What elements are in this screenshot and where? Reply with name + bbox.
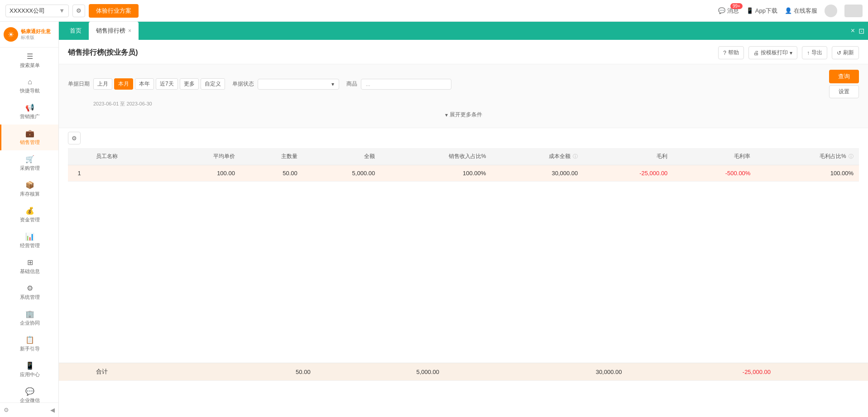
sidebar-item-apps[interactable]: 📱 应用中心 — [0, 357, 58, 383]
table-row[interactable]: 1 100.00 50.00 5,000.00 100.00% 30,000.0… — [68, 165, 859, 182]
help-button[interactable]: ? 帮助 — [718, 46, 744, 59]
total-gross-rate-empty — [776, 363, 817, 381]
gross-pct-help-icon[interactable]: ⓘ — [849, 153, 854, 159]
status-filter: 单据状态 ▾ — [232, 79, 339, 90]
date-custom-btn[interactable]: 自定义 — [201, 78, 225, 90]
empty-space — [59, 182, 868, 363]
sidebar-item-enterprise-label: 企业协同 — [20, 320, 40, 326]
col-header-cost: 成本全额 ⓘ — [491, 148, 583, 165]
col-header-name: 员工名称 — [91, 148, 165, 165]
col-header-rank — [68, 148, 91, 165]
total-avg-price-empty — [177, 363, 218, 381]
settings-icon[interactable]: ⚙ — [72, 5, 85, 17]
page-settings-button[interactable]: 设置 — [829, 85, 859, 98]
tab-sales-ranking[interactable]: 销售排行榜 × — [89, 22, 139, 40]
inventory-icon: 📦 — [25, 181, 34, 189]
sidebar-item-marketing-label: 营销推广 — [20, 113, 40, 120]
user-menu[interactable] — [844, 5, 863, 17]
sidebar-item-operations[interactable]: 📊 经营管理 — [0, 228, 58, 254]
tab-maximize-icon[interactable]: ⊡ — [858, 27, 864, 35]
app-download-button[interactable]: 📱 App下载 — [746, 7, 777, 15]
total-gross: -25,000.00 — [628, 363, 776, 381]
finance-icon: 💰 — [25, 206, 34, 215]
search-menu-icon: ☰ — [27, 52, 33, 61]
online-service-button[interactable]: 👤 在线客服 — [785, 7, 817, 15]
sidebar-item-purchase-label: 采购管理 — [20, 165, 40, 172]
tab-home[interactable]: 首页 — [62, 22, 89, 40]
print-button[interactable]: 🖨 按模板打印 ▾ — [748, 46, 797, 59]
sidebar-item-sales[interactable]: 💼 销售管理 — [0, 125, 58, 150]
logo-area: ☀ 畅康通好生意 标准版 — [0, 22, 58, 48]
sidebar-item-apps-label: 应用中心 — [20, 371, 40, 378]
sidebar-item-basic[interactable]: ⊞ 基础信息 — [0, 254, 58, 279]
cell-gross-pct: 100.00% — [756, 165, 859, 182]
goods-filter-label: 商品 — [346, 80, 357, 88]
col-header-amount: 全额 — [303, 148, 380, 165]
refresh-button[interactable]: ↺ 刷新 — [832, 46, 859, 59]
date-more-btn[interactable]: 更多 — [180, 78, 199, 90]
trial-button[interactable]: 体验行业方案 — [89, 4, 139, 18]
enterprise-icon: 🏢 — [25, 310, 34, 318]
date-current-month-btn[interactable]: 本月 — [114, 78, 133, 90]
page-content: 销售排行榜(按业务员) ? 帮助 🖨 按模板打印 ▾ ↑ — [59, 40, 868, 417]
company-selector[interactable]: XXXXXX公司 ▼ — [5, 5, 69, 17]
expand-more-button[interactable]: ▾ 展开更多条件 — [68, 107, 859, 122]
total-amount: 5,000.00 — [316, 363, 445, 381]
page-actions: ? 帮助 🖨 按模板打印 ▾ ↑ 导出 ↺ — [718, 46, 859, 59]
sidebar-item-search[interactable]: ☰ 搜索菜单 — [0, 48, 58, 73]
status-filter-label: 单据状态 — [232, 80, 254, 88]
app-icon: 📱 — [746, 7, 753, 14]
col-header-quantity: 主数量 — [240, 148, 303, 165]
sidebar-item-operations-label: 经营管理 — [20, 242, 40, 249]
date-range-display: 2023-06-01 至 2023-06-30 — [93, 101, 152, 106]
export-button[interactable]: ↑ 导出 — [802, 46, 827, 59]
date-prev-month-btn[interactable]: 上月 — [93, 78, 112, 90]
avatar[interactable] — [825, 5, 837, 17]
goods-filter: 商品 ... — [346, 79, 451, 90]
date-7days-btn[interactable]: 近7天 — [156, 78, 178, 90]
sidebar-collapse-icon[interactable]: ◀ — [50, 407, 55, 413]
refresh-icon: ↺ — [837, 50, 841, 56]
query-button[interactable]: 查询 — [829, 70, 859, 83]
system-icon: ⚙ — [27, 284, 33, 292]
print-arrow: ▾ — [790, 50, 792, 56]
tab-close-icon[interactable]: × — [128, 28, 131, 34]
table-area: ⚙ 员工名称 平均单价 主数量 全额 销售收入占比% — [59, 128, 868, 182]
sidebar-item-marketing[interactable]: 📢 营销推广 — [0, 99, 58, 125]
date-year-btn[interactable]: 本年 — [135, 78, 154, 90]
sidebar-item-system[interactable]: ⚙ 系统管理 — [0, 279, 58, 305]
logo-icon: ☀ — [4, 27, 18, 42]
goods-input[interactable]: ... — [361, 79, 451, 90]
cell-amount: 5,000.00 — [303, 165, 380, 182]
sidebar-item-finance[interactable]: 💰 资金管理 — [0, 202, 58, 228]
sidebar-gear-icon[interactable]: ⚙ — [4, 407, 9, 413]
sidebar-item-sales-label: 销售管理 — [20, 139, 40, 146]
total-table: 合计 50.00 5,000.00 30,000.00 -25,000.00 — [68, 363, 859, 381]
col-header-gross: 毛利 — [583, 148, 673, 165]
sidebar-item-wechat[interactable]: 💬 企业微信 — [0, 383, 58, 403]
message-button[interactable]: 💬 消息 99+ — [718, 7, 739, 15]
sidebar-item-guide[interactable]: 📋 新手引导 — [0, 331, 58, 357]
guide-icon: 📋 — [25, 336, 34, 344]
col-header-avg-price: 平均单价 — [165, 148, 240, 165]
sales-ranking-table: 员工名称 平均单价 主数量 全额 销售收入占比% 成本全额 ⓘ 毛利 — [68, 148, 859, 182]
date-filter: 单据日期 上月 本月 本年 近7天 更多 自定义 — [68, 78, 225, 90]
logo-text: 畅康通好生意 — [21, 28, 51, 34]
sidebar-item-inventory[interactable]: 📦 库存核算 — [0, 176, 58, 202]
sidebar-item-purchase[interactable]: 🛒 采购管理 — [0, 150, 58, 176]
sidebar-item-quick-nav-label: 快捷导航 — [20, 87, 40, 94]
table-settings-icon[interactable]: ⚙ — [68, 132, 81, 144]
sidebar-item-enterprise[interactable]: 🏢 企业协同 — [0, 305, 58, 331]
tab-bar: 首页 销售排行榜 × × ⊡ — [59, 22, 868, 40]
total-label: 合计 — [91, 363, 177, 381]
sidebar-item-quick-nav[interactable]: ⌂ 快捷导航 — [0, 73, 58, 99]
page-title: 销售排行榜(按业务员) — [68, 48, 138, 58]
col-header-gross-pct: 毛利占比% ⓘ — [756, 148, 859, 165]
status-select[interactable]: ▾ — [258, 79, 339, 90]
tab-minimize-icon[interactable]: × — [851, 27, 855, 35]
cost-help-icon[interactable]: ⓘ — [573, 153, 578, 159]
expand-label: 展开更多条件 — [450, 111, 482, 119]
cell-cost: 30,000.00 — [491, 165, 583, 182]
goods-placeholder: ... — [366, 81, 370, 87]
marketing-icon: 📢 — [25, 103, 34, 112]
